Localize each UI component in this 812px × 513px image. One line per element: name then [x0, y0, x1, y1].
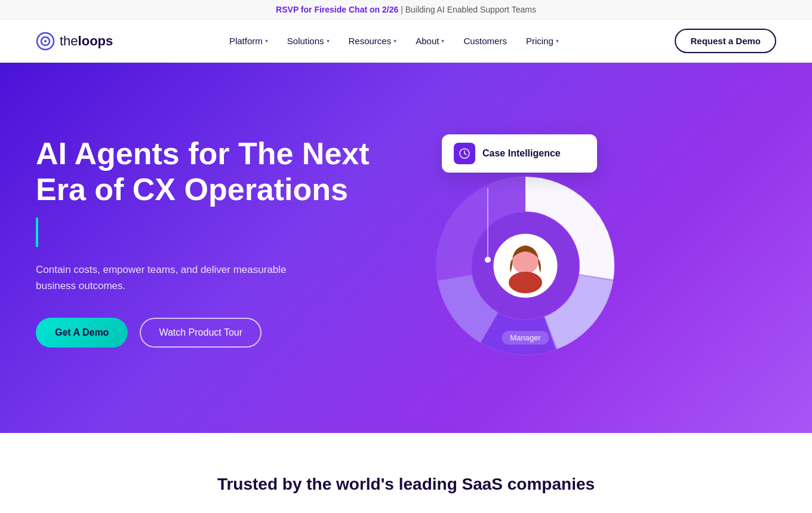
- nav-pricing[interactable]: Pricing ▾: [518, 31, 567, 51]
- nav-resources[interactable]: Resources ▾: [340, 31, 405, 51]
- banner-separator: |: [401, 5, 405, 14]
- logo[interactable]: theloops: [36, 32, 113, 51]
- hero-content: AI Agents for The Next Era of CX Operati…: [36, 136, 394, 348]
- platform-chevron-icon: ▾: [265, 38, 268, 44]
- logo-bold: loops: [78, 33, 113, 48]
- nav-platform[interactable]: Platform ▾: [221, 31, 276, 51]
- announcement-banner: RSVP for Fireside Chat on 2/26 | Buildin…: [0, 0, 812, 20]
- hero-visual: Case Intelligence: [394, 122, 776, 361]
- case-intelligence-card: Case Intelligence: [442, 134, 597, 173]
- hero-buttons: Get A Demo Watch Product Tour: [36, 318, 394, 348]
- solutions-chevron-icon: ▾: [327, 38, 330, 44]
- pricing-chevron-icon: ▾: [556, 38, 559, 44]
- nav-customers[interactable]: Customers: [455, 31, 515, 51]
- hero-title: AI Agents for The Next Era of CX Operati…: [36, 136, 394, 208]
- case-intelligence-icon: [454, 143, 475, 164]
- hero-accent-line: [36, 217, 38, 247]
- banner-link[interactable]: RSVP for Fireside Chat on 2/26: [276, 5, 398, 14]
- get-demo-button[interactable]: Get A Demo: [36, 318, 128, 348]
- hero-subtitle: Contain costs, empower teams, and delive…: [36, 262, 299, 294]
- manager-label: Manager: [502, 331, 549, 345]
- svg-point-2: [44, 40, 47, 42]
- main-nav: Platform ▾ Solutions ▾ Resources ▾ About…: [221, 31, 567, 51]
- about-chevron-icon: ▾: [441, 38, 444, 44]
- nav-about[interactable]: About ▾: [407, 31, 453, 51]
- logo-icon: [36, 32, 55, 51]
- hero-section: AI Agents for The Next Era of CX Operati…: [0, 63, 812, 433]
- connection-dot: [485, 257, 491, 263]
- donut-chart: Manager: [430, 170, 621, 361]
- main-header: theloops Platform ▾ Solutions ▾ Resource…: [0, 20, 812, 63]
- nav-solutions[interactable]: Solutions ▾: [279, 31, 338, 51]
- request-demo-button[interactable]: Request a Demo: [675, 29, 776, 53]
- logo-thin: the: [60, 33, 78, 48]
- banner-description: Building AI Enabled Support Teams: [405, 5, 536, 14]
- trusted-section: Trusted by the world's leading SaaS comp…: [0, 433, 812, 513]
- logo-text: theloops: [60, 33, 113, 49]
- resources-chevron-icon: ▾: [393, 38, 396, 44]
- case-intelligence-label: Case Intelligence: [482, 148, 561, 159]
- trusted-title: Trusted by the world's leading SaaS comp…: [24, 475, 788, 494]
- connection-line: [487, 188, 488, 260]
- svg-point-16: [509, 272, 542, 293]
- watch-tour-button[interactable]: Watch Product Tour: [140, 318, 262, 348]
